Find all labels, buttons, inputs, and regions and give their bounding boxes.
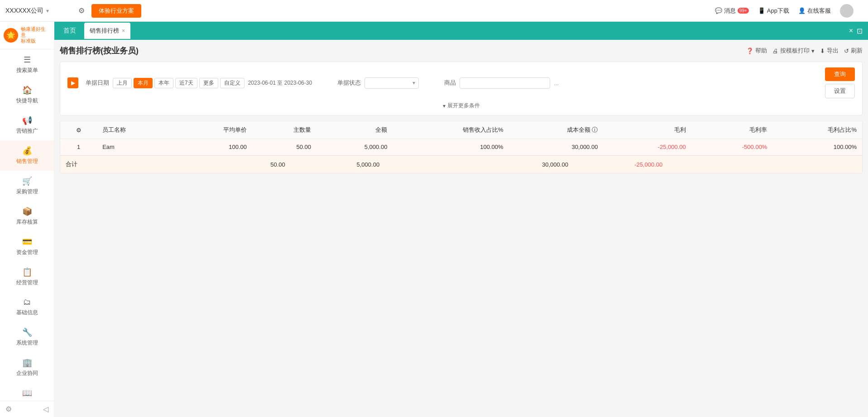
filter-row-1: ▶ 单据日期 上月 本月 本年 近7天 更多 自定义 2023-0 (67, 67, 855, 98)
sidebar: 🌟 畅康通好生意 标准版 ☰ 搜索菜单 🏠 快捷导航 📢 营销推广 💰 销售管理 (0, 22, 54, 417)
print-template-button[interactable]: 🖨 按模板打印 ▾ (772, 47, 815, 55)
footer-cell-qty: 50.00 (196, 161, 290, 168)
top-bar-right: 💬 消息 99+ 📱 App下载 👤 在线客服 (715, 4, 863, 18)
tab-close-icon[interactable]: × (122, 28, 125, 34)
query-actions: 查询 设置 (825, 67, 855, 98)
sidebar-item-sales[interactable]: 💰 销售管理 (0, 140, 54, 171)
footer-cell-cost: 30,000.00 (480, 161, 574, 168)
goods-more-button[interactable]: ... (554, 80, 559, 86)
help-icon: ❓ (746, 48, 753, 54)
goods-filter-group: 商品 ... (444, 77, 559, 89)
service-icon: 👤 (798, 7, 806, 14)
filter-expand-arrow[interactable]: ▶ (67, 77, 78, 88)
operations-icon: 📋 (22, 267, 32, 277)
col-cost: 成本全额 ⓘ (509, 121, 604, 139)
content-area: 首页 销售排行榜 × × ⊡ 销售排行榜(按业务员) ❓ 帮助 (54, 22, 868, 417)
basic-info-icon: 🗂 (23, 297, 31, 307)
sidebar-item-purchase[interactable]: 🛒 采购管理 (0, 171, 54, 201)
purchase-icon: 🛒 (22, 176, 32, 186)
tab-label: 销售排行榜 (90, 27, 119, 35)
window-expand-button[interactable]: ⊡ (857, 27, 863, 35)
inventory-icon: 📦 (22, 206, 32, 216)
app-dl-label: App下载 (767, 7, 789, 15)
expand-label: 展开更多条件 (447, 102, 480, 110)
date-tab-this-year[interactable]: 本年 (154, 78, 173, 88)
date-tab-more[interactable]: 更多 (199, 78, 218, 88)
cell-name: Eam (97, 139, 174, 155)
online-service-button[interactable]: 👤 在线客服 (798, 7, 831, 15)
sidebar-item-finance[interactable]: 💳 资金管理 (0, 231, 54, 262)
sidebar-item-quick-nav[interactable]: 🏠 快捷导航 (0, 80, 54, 110)
date-tab-this-month[interactable]: 本月 (134, 78, 153, 88)
tab-bar: 首页 销售排行榜 × × ⊡ (54, 22, 868, 40)
col-avg-price: 平均单价 (175, 121, 252, 139)
status-select-wrapper (364, 77, 419, 89)
date-tab-prev-month[interactable]: 上月 (113, 78, 132, 88)
col-settings[interactable]: ⚙ (60, 121, 97, 139)
table-header: ⚙ 员工名称 平均单价 主数量 全额 销售收入占比% 成本全额 ⓘ 毛利 毛利率… (60, 121, 862, 139)
enterprise-icon: 🏢 (22, 358, 32, 368)
sidebar-item-label: 系统管理 (16, 339, 38, 347)
sidebar-item-enterprise[interactable]: 🏢 企业协同 (0, 352, 54, 383)
company-selector[interactable]: XXXXXX公司 ▾ (5, 7, 73, 15)
expand-icon: ▾ (443, 103, 446, 109)
tab-sales-ranking[interactable]: 销售排行榜 × (84, 23, 130, 39)
sidebar-settings-button[interactable]: ⚙ (5, 405, 12, 413)
main-layout: 🌟 畅康通好生意 标准版 ☰ 搜索菜单 🏠 快捷导航 📢 营销推广 💰 销售管理 (0, 22, 868, 417)
sidebar-item-search-order[interactable]: ☰ 搜索菜单 (0, 49, 54, 80)
table-body: 1 Eam 100.00 50.00 5,000.00 100.00% 30,0… (60, 139, 862, 155)
sidebar-item-system[interactable]: 🔧 系统管理 (0, 322, 54, 352)
footer-cell-sales-pct-empty (385, 161, 479, 168)
refresh-button[interactable]: ↺ 刷新 (844, 47, 863, 55)
cell-gross: -25,000.00 (603, 139, 691, 155)
message-icon: 💬 (715, 7, 722, 14)
expand-conditions-button[interactable]: ▾ 展开更多条件 (443, 102, 480, 110)
sidebar-item-marketing[interactable]: 📢 营销推广 (0, 110, 54, 140)
trial-industry-button[interactable]: 体验行业方案 (91, 4, 141, 18)
app-download-button[interactable]: 📱 App下载 (758, 7, 789, 15)
message-button[interactable]: 💬 消息 99+ (715, 7, 749, 15)
expand-row: ▾ 展开更多条件 (67, 98, 855, 110)
help-button[interactable]: ❓ 帮助 (746, 47, 767, 55)
footer-cell-gross-rate-empty (668, 161, 762, 168)
data-table: ⚙ 员工名称 平均单价 主数量 全额 销售收入占比% 成本全额 ⓘ 毛利 毛利率… (60, 121, 862, 155)
marketing-icon: 📢 (22, 115, 32, 125)
search-order-icon: ☰ (24, 55, 31, 65)
date-tab-custom[interactable]: 自定义 (220, 78, 245, 88)
date-filter-group: 单据日期 上月 本月 本年 近7天 更多 自定义 2023-06-01 至 20… (86, 78, 312, 88)
settings-button[interactable]: 设置 (825, 84, 855, 98)
service-label: 在线客服 (807, 7, 831, 15)
settings-gear-button[interactable]: ⚙ (75, 5, 88, 17)
sidebar-item-label: 库存核算 (16, 218, 38, 226)
window-close-button[interactable]: × (849, 27, 853, 35)
sidebar-item-basic-info[interactable]: 🗂 基础信息 (0, 292, 54, 322)
tab-home[interactable]: 首页 (56, 22, 83, 40)
sidebar-item-label: 经营管理 (16, 279, 38, 287)
status-filter-group: 单据状态 (337, 77, 419, 89)
goods-input[interactable] (460, 77, 550, 89)
sales-icon: 💰 (22, 146, 32, 156)
date-tab-7days[interactable]: 近7天 (175, 78, 197, 88)
status-select[interactable] (364, 77, 419, 89)
sidebar-item-inventory[interactable]: 📦 库存核算 (0, 201, 54, 231)
sidebar-item-label: 企业协同 (16, 369, 38, 377)
date-range: 2023-06-01 至 2023-06-30 (248, 79, 312, 87)
app-dl-icon: 📱 (758, 7, 765, 14)
sidebar-item-operations[interactable]: 📋 经营管理 (0, 262, 54, 292)
date-tabs: 上月 本月 本年 近7天 更多 自定义 (113, 78, 245, 88)
sidebar-collapse-button[interactable]: ◁ (43, 405, 48, 413)
system-icon: 🔧 (22, 327, 32, 337)
col-gross: 毛利 (603, 121, 691, 139)
company-chevron-icon: ▾ (46, 8, 49, 14)
date-label: 单据日期 (86, 79, 109, 87)
status-label: 单据状态 (337, 79, 361, 87)
print-chevron-icon: ▾ (811, 48, 815, 54)
sidebar-item-guide[interactable]: 📖 新手引导 (0, 383, 54, 401)
export-button[interactable]: ⬇ 导出 (820, 47, 839, 55)
table-card: ⚙ 员工名称 平均单价 主数量 全额 销售收入占比% 成本全额 ⓘ 毛利 毛利率… (60, 121, 863, 173)
query-button[interactable]: 查询 (825, 67, 855, 81)
avatar[interactable] (840, 4, 854, 18)
quick-nav-icon: 🏠 (22, 85, 32, 95)
logo-icon: 🌟 (4, 28, 18, 43)
footer-cell-gross: -25,000.00 (574, 161, 668, 168)
